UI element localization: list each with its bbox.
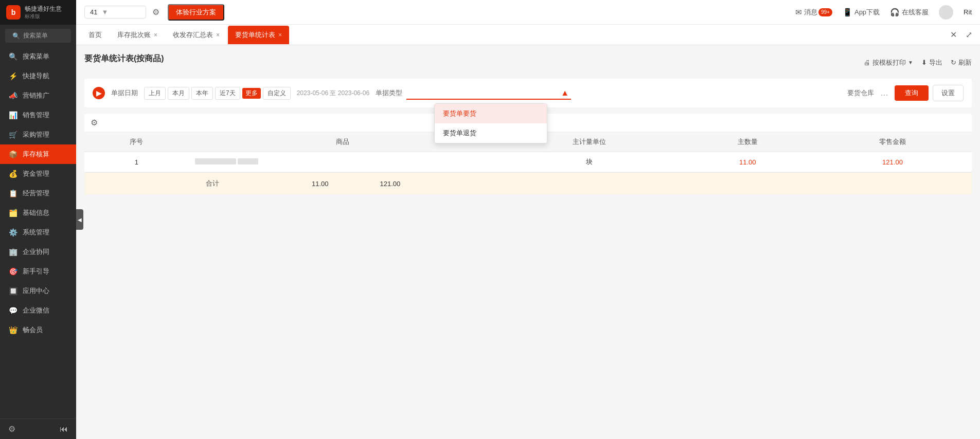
tab-home[interactable]: 首页 xyxy=(81,26,109,44)
sidebar-item-quick-nav[interactable]: ⚡快捷导航 xyxy=(0,66,76,86)
table-settings-icon[interactable]: ⚙ xyxy=(91,118,98,127)
nav-icon-wechat: 💬 xyxy=(8,306,17,315)
topbar-left: 41 ▼ ⚙ 体验行业方案 xyxy=(84,4,795,21)
service-btn[interactable]: 🎧 在线客服 xyxy=(890,8,929,17)
custom-date-btn[interactable]: 自定义 xyxy=(263,87,291,100)
sidebar-logo: b 畅捷通好生意 标准版 xyxy=(0,0,76,25)
dropdown-item-requisition-order[interactable]: 要货单要货 xyxy=(435,104,547,123)
page-title: 要货单统计表(按商品) xyxy=(84,53,164,64)
message-icon: ✉ xyxy=(795,8,802,17)
cell-unit: 块 xyxy=(496,152,682,172)
sidebar-bottom: ⚙ ⏮ xyxy=(0,418,76,439)
nav-label-guide: 新手引导 xyxy=(23,267,49,276)
sidebar-item-search[interactable]: 🔍搜索菜单 xyxy=(0,47,76,66)
nav-icon-enterprise: 🏢 xyxy=(8,247,17,257)
nav-icon-member: 👑 xyxy=(8,325,17,335)
sidebar-item-purchase[interactable]: 🛒采购管理 xyxy=(0,125,76,144)
sidebar-item-appstore[interactable]: 🔲应用中心 xyxy=(0,281,76,301)
messages-btn[interactable]: ✉ 消息 99+ xyxy=(795,8,832,17)
maximize-btn[interactable]: ⤢ xyxy=(963,29,975,41)
tab-close-inventory-batch[interactable]: × xyxy=(154,31,157,39)
page-content: 要货单统计表(按商品) 🖨 按模板打印 ▼ ⬇ 导出 ↻ 刷新 xyxy=(76,45,980,439)
sidebar-item-enterprise[interactable]: 🏢企业协同 xyxy=(0,242,76,262)
nav-label-inventory: 库存核算 xyxy=(23,150,49,159)
promo-button[interactable]: 体验行业方案 xyxy=(168,4,224,21)
settings-icon[interactable]: ⚙ xyxy=(8,424,15,434)
date-label: 单据日期 xyxy=(111,88,138,98)
tab-close-receive-summary[interactable]: × xyxy=(216,31,220,39)
this-year-btn[interactable]: 本年 xyxy=(191,87,213,100)
topbar: 41 ▼ ⚙ 体验行业方案 ✉ 消息 99+ 📱 App下载 🎧 在线客服 Ri… xyxy=(76,0,980,25)
user-avatar[interactable] xyxy=(939,5,953,20)
sidebar-item-member[interactable]: 👑畅会员 xyxy=(0,320,76,340)
this-month-btn[interactable]: 本月 xyxy=(168,87,189,100)
sidebar-search[interactable]: 🔍 搜索菜单 xyxy=(5,29,71,43)
messages-badge: 99+ xyxy=(818,8,832,16)
nav-label-member: 畅会员 xyxy=(23,325,43,335)
nav-label-enterprise: 企业协同 xyxy=(23,247,49,257)
filter-warehouse-section: 要货仓库 … xyxy=(847,88,888,98)
date-quick-btns: 上月 本月 本年 近7天 更多 自定义 xyxy=(144,87,291,100)
nav-label-search: 搜索菜单 xyxy=(23,52,49,61)
nav-icon-operation: 📋 xyxy=(8,189,17,198)
main: 41 ▼ ⚙ 体验行业方案 ✉ 消息 99+ 📱 App下载 🎧 在线客服 Ri… xyxy=(76,0,980,439)
app-logo-text: 畅捷通好生意 标准版 xyxy=(25,5,62,20)
sidebar-item-marketing[interactable]: 📣营销推广 xyxy=(0,86,76,105)
nav-label-quick-nav: 快捷导航 xyxy=(23,71,49,81)
search-icon: 🔍 xyxy=(12,32,20,40)
nav-icon-search: 🔍 xyxy=(8,52,17,61)
tabs-bar: 首页库存批次账×收发存汇总表×要货单统计表× ✕ ⤢ xyxy=(76,25,980,45)
tab-requisition-stat[interactable]: 要货单统计表× xyxy=(228,26,289,44)
refresh-btn[interactable]: ↻ 刷新 xyxy=(951,58,972,67)
nav-icon-purchase: 🛒 xyxy=(8,130,17,139)
filter-row: ▶ 单据日期 上月 本月 本年 近7天 更多 自定义 2023-05-06 至 … xyxy=(93,85,964,101)
topbar-settings-icon[interactable]: ⚙ xyxy=(152,7,159,17)
sidebar-item-inventory[interactable]: 📦库存核算 xyxy=(0,144,76,164)
query-button[interactable]: 查询 xyxy=(895,85,929,101)
nav-icon-marketing: 📣 xyxy=(8,91,17,100)
messages-label: 消息 xyxy=(804,8,817,17)
sidebar-search-label: 搜索菜单 xyxy=(23,31,48,40)
sidebar-collapse-btn[interactable]: ◀ xyxy=(76,209,83,230)
col-header: 零售金额 xyxy=(813,132,972,152)
col-header: 主数量 xyxy=(682,132,813,152)
close-all-btn[interactable]: ✕ xyxy=(947,29,959,41)
export-icon: ⬇ xyxy=(921,59,927,66)
print-btn[interactable]: 🖨 按模板打印 ▼ xyxy=(864,58,913,67)
filter-expand-btn[interactable]: ▶ xyxy=(93,87,105,99)
recent-btn[interactable]: 近7天 xyxy=(215,87,240,100)
cell-qty: 11.00 xyxy=(682,152,813,172)
tab-close-requisition-stat[interactable]: × xyxy=(278,31,282,39)
phone-icon: 📱 xyxy=(843,8,852,17)
warehouse-more-btn[interactable]: … xyxy=(880,88,888,98)
sidebar-item-system[interactable]: ⚙️系统管理 xyxy=(0,223,76,242)
type-input[interactable] xyxy=(406,87,571,100)
nav-icon-inventory: 📦 xyxy=(8,150,17,159)
sidebar-item-wechat[interactable]: 💬企业微信 xyxy=(0,301,76,320)
sidebar-item-guide[interactable]: 🎯新手引导 xyxy=(0,262,76,281)
collapse-icon[interactable]: ⏮ xyxy=(60,425,68,434)
type-arrow-icon[interactable]: ▲ xyxy=(561,88,569,98)
app-label: App下载 xyxy=(854,8,880,17)
app-download-btn[interactable]: 📱 App下载 xyxy=(843,8,880,17)
service-label: 在线客服 xyxy=(902,8,929,17)
date-range-text: 2023-05-06 至 2023-06-06 xyxy=(297,89,369,98)
store-selector[interactable]: 41 ▼ xyxy=(84,6,146,19)
tab-receive-summary[interactable]: 收发存汇总表× xyxy=(166,26,227,44)
tab-inventory-batch[interactable]: 库存批次账× xyxy=(110,26,165,44)
sidebar-nav: 🔍搜索菜单⚡快捷导航📣营销推广📊销售管理🛒采购管理📦库存核算💰资金管理📋经营管理… xyxy=(0,47,76,418)
filter-panel: ▶ 单据日期 上月 本月 本年 近7天 更多 自定义 2023-05-06 至 … xyxy=(84,79,972,107)
export-btn[interactable]: ⬇ 导出 xyxy=(921,58,942,67)
sidebar-item-operation[interactable]: 📋经营管理 xyxy=(0,184,76,203)
print-icon: 🖨 xyxy=(864,59,870,66)
dropdown-item-requisition-return[interactable]: 要货单退货 xyxy=(435,123,547,143)
settings-button[interactable]: 设置 xyxy=(933,85,964,101)
store-arrow-icon: ▼ xyxy=(101,8,108,16)
type-input-wrap: ▲ xyxy=(406,87,571,100)
prev-month-btn[interactable]: 上月 xyxy=(144,87,166,100)
sidebar-item-sales[interactable]: 📊销售管理 xyxy=(0,105,76,125)
sidebar-item-basic[interactable]: 🗂️基础信息 xyxy=(0,203,76,223)
sidebar-item-finance[interactable]: 💰资金管理 xyxy=(0,164,76,184)
more-date-badge[interactable]: 更多 xyxy=(242,88,261,99)
type-label: 单据类型 xyxy=(376,88,402,98)
